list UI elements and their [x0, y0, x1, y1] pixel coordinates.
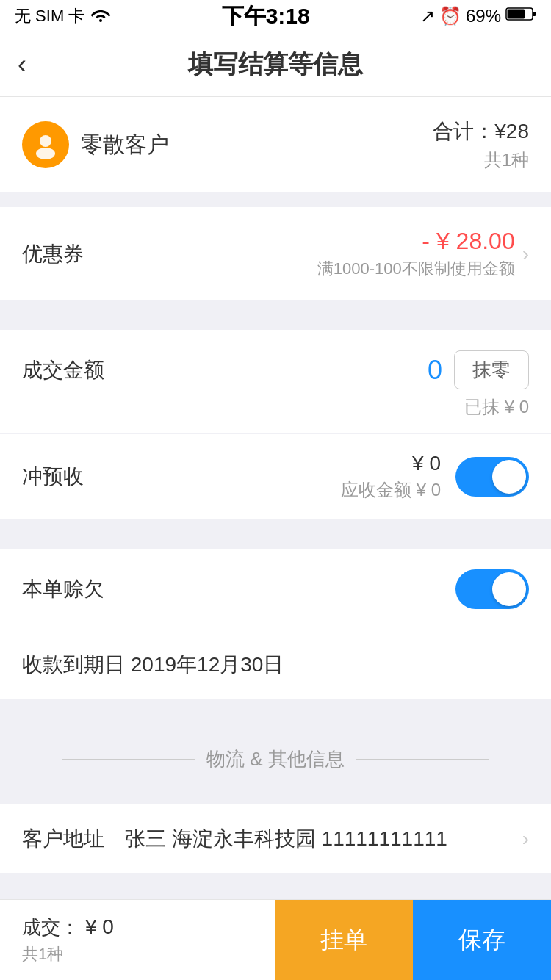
svg-point-4: [36, 148, 55, 159]
prepaid-receivable: 应收金额 ¥ 0: [341, 478, 441, 502]
page-title: 填写结算等信息: [188, 48, 363, 82]
debt-toggle-knob: [492, 572, 526, 606]
logistics-divider: 物流 & 其他信息: [0, 746, 551, 772]
logistics-text: 物流 & 其他信息: [206, 746, 345, 772]
toggle-knob: [492, 460, 526, 494]
bottom-deal-label: 成交：: [22, 915, 79, 940]
address-value: 张三 海淀永丰科技园 11111111111: [125, 825, 522, 853]
status-right: ↗ ⏰ 69%: [420, 6, 536, 26]
already-rounded-text: 已抹 ¥ 0: [22, 395, 529, 433]
back-icon: ‹: [18, 49, 26, 79]
transaction-section: 成交金额 0 抹零 已抹 ¥ 0: [0, 330, 551, 433]
prepaid-amounts: ¥ 0 应收金额 ¥ 0: [341, 452, 441, 502]
bottom-bar: 成交： ¥ 0 共1种 挂单 保存: [0, 899, 551, 980]
coupon-label: 优惠券: [22, 240, 84, 268]
coupon-desc: 满1000-100不限制使用金额: [317, 258, 515, 280]
section-divider-3: [0, 699, 551, 714]
location-icon: ↗: [420, 6, 435, 26]
svg-rect-1: [533, 12, 536, 16]
status-left: 无 SIM 卡: [15, 5, 111, 27]
logistics-section: 物流 & 其他信息: [0, 729, 551, 790]
hold-button-label: 挂单: [320, 924, 367, 956]
transaction-right: 0 抹零: [428, 350, 529, 389]
battery-percent: 69%: [466, 6, 501, 26]
nav-bar: ‹ 填写结算等信息: [0, 32, 551, 97]
hold-button[interactable]: 挂单: [275, 900, 413, 981]
back-button[interactable]: ‹: [18, 49, 26, 80]
transaction-value: 0: [428, 355, 442, 386]
total-count: 共1种: [433, 148, 529, 172]
customer-row: 零散客户 合计：¥28 共1种: [0, 97, 551, 192]
customer-avatar: [22, 121, 69, 168]
coupon-amount: - ¥ 28.00: [317, 228, 515, 255]
save-button[interactable]: 保存: [413, 900, 551, 981]
prepaid-label: 冲预收: [22, 463, 84, 491]
save-button-label: 保存: [458, 924, 505, 956]
alarm-icon: ⏰: [439, 6, 461, 26]
prepaid-amount: ¥ 0: [341, 452, 441, 475]
customer-summary: 合计：¥28 共1种: [433, 118, 529, 172]
due-date-section: 收款到期日 2019年12月30日: [0, 630, 551, 699]
bottom-deal-row: 成交： ¥ 0: [22, 915, 253, 940]
due-date-text: 收款到期日 2019年12月30日: [22, 653, 284, 676]
battery-icon: [505, 6, 536, 26]
prepaid-right: ¥ 0 应收金额 ¥ 0: [341, 452, 529, 502]
address-section[interactable]: 客户地址 张三 海淀永丰科技园 11111111111 ›: [0, 804, 551, 873]
customer-name: 零散客户: [81, 130, 169, 160]
transaction-label: 成交金额: [22, 356, 104, 384]
total-amount: 合计：¥28: [433, 118, 529, 145]
debt-label: 本单赊欠: [22, 575, 104, 603]
section-divider: [0, 315, 551, 330]
address-label: 客户地址: [22, 825, 110, 853]
svg-rect-2: [508, 10, 525, 19]
coupon-row[interactable]: 优惠券 - ¥ 28.00 满1000-100不限制使用金额 ›: [0, 207, 551, 300]
prepaid-section: 冲预收 ¥ 0 应收金额 ¥ 0: [0, 433, 551, 519]
customer-left: 零散客户: [22, 121, 169, 168]
status-time: 下午3:18: [222, 1, 310, 32]
debt-section: 本单赊欠: [0, 549, 551, 630]
debt-toggle[interactable]: [455, 569, 529, 609]
status-bar: 无 SIM 卡 下午3:18 ↗ ⏰ 69%: [0, 0, 551, 32]
bottom-count: 共1种: [22, 943, 253, 965]
sim-status: 无 SIM 卡: [15, 5, 84, 27]
coupon-arrow-icon: ›: [522, 242, 529, 266]
wifi-icon: [90, 6, 111, 26]
section-divider-2: [0, 519, 551, 534]
bottom-summary: 成交： ¥ 0 共1种: [0, 915, 275, 965]
bottom-deal-amount: ¥ 0: [85, 915, 114, 939]
transaction-row: 成交金额 0 抹零: [22, 350, 529, 395]
svg-point-3: [40, 135, 51, 147]
round-button[interactable]: 抹零: [454, 350, 529, 389]
prepaid-toggle[interactable]: [455, 457, 529, 497]
address-arrow-icon: ›: [522, 827, 529, 851]
coupon-detail: - ¥ 28.00 满1000-100不限制使用金额: [317, 228, 515, 280]
content: 零散客户 合计：¥28 共1种 优惠券 - ¥ 28.00 满1000-100不…: [0, 97, 551, 962]
